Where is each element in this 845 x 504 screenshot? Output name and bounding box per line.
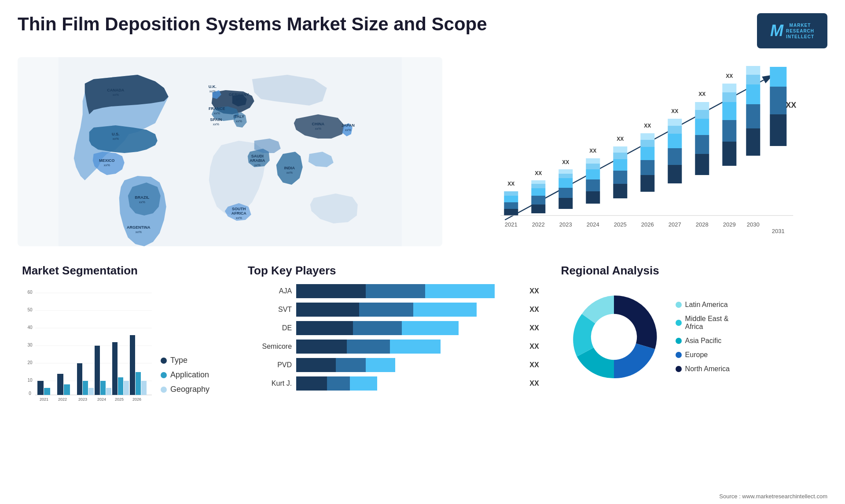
top-section: CANADA xx% U.S. xx% MEXICO xx% BRAZIL xx… bbox=[18, 57, 827, 246]
svg-rect-38 bbox=[504, 191, 518, 196]
player-row-kurt: Kurt J. XX bbox=[248, 376, 539, 391]
svg-text:U.K.: U.K. bbox=[209, 84, 217, 89]
legend-app-label: Application bbox=[170, 370, 209, 380]
svg-text:FRANCE: FRANCE bbox=[209, 106, 225, 111]
players-title: Top Key Players bbox=[248, 264, 539, 278]
svg-rect-45 bbox=[532, 180, 546, 184]
svg-text:XX: XX bbox=[644, 123, 651, 129]
page-title: Thin Film Deposition Systems Market Size… bbox=[18, 13, 487, 35]
player-value-semicore: XX bbox=[529, 343, 539, 351]
map-container: CANADA xx% U.S. xx% MEXICO xx% BRAZIL xx… bbox=[18, 57, 442, 246]
legend-type-dot bbox=[161, 358, 167, 364]
svg-text:20: 20 bbox=[27, 360, 33, 365]
svg-rect-128 bbox=[64, 384, 70, 395]
svg-rect-56 bbox=[586, 179, 600, 191]
regional-title: Regional Analysis bbox=[561, 264, 823, 278]
svg-text:XX: XX bbox=[590, 148, 597, 154]
player-bar-semicore bbox=[296, 340, 522, 354]
svg-text:xx%: xx% bbox=[136, 230, 142, 234]
player-row-semicore: Semicore XX bbox=[248, 340, 539, 354]
reg-label-europe: Europe bbox=[685, 351, 708, 359]
bar-mid bbox=[347, 340, 390, 354]
svg-rect-62 bbox=[614, 184, 628, 198]
players-list: AJA XX SVT bbox=[248, 284, 539, 391]
svg-text:SAUDI: SAUDI bbox=[251, 154, 264, 158]
player-bar-pvd bbox=[296, 358, 522, 372]
svg-text:XX: XX bbox=[535, 170, 542, 176]
bar-light bbox=[366, 358, 396, 372]
svg-rect-41 bbox=[532, 205, 546, 213]
svg-rect-136 bbox=[106, 388, 111, 395]
reg-label-apac: Asia Pacific bbox=[685, 337, 722, 345]
svg-text:2021: 2021 bbox=[505, 221, 518, 228]
svg-rect-105 bbox=[770, 87, 787, 114]
svg-rect-84 bbox=[695, 135, 709, 154]
reg-dot-mea bbox=[676, 320, 682, 326]
svg-text:XX: XX bbox=[699, 91, 706, 97]
reg-label-latin: Latin America bbox=[685, 301, 728, 309]
svg-rect-79 bbox=[668, 126, 682, 134]
svg-rect-91 bbox=[723, 120, 737, 142]
svg-rect-143 bbox=[136, 372, 141, 395]
svg-text:AFRICA: AFRICA bbox=[231, 211, 246, 215]
legend-geo-label: Geography bbox=[170, 385, 209, 394]
segmentation-chart: 60 50 40 30 20 10 0 bbox=[22, 284, 154, 407]
svg-text:xx%: xx% bbox=[104, 163, 110, 167]
logo-box: M MARKET RESEARCH INTELLECT bbox=[757, 13, 827, 48]
svg-text:2025: 2025 bbox=[115, 397, 124, 402]
player-row-aja: AJA XX bbox=[248, 284, 539, 298]
svg-rect-57 bbox=[586, 169, 600, 179]
svg-rect-37 bbox=[504, 196, 518, 202]
svg-rect-71 bbox=[641, 147, 655, 160]
legend-app-dot bbox=[161, 372, 167, 378]
svg-rect-49 bbox=[559, 188, 573, 198]
svg-rect-69 bbox=[641, 175, 655, 192]
svg-text:XX: XX bbox=[562, 159, 569, 165]
svg-text:60: 60 bbox=[27, 290, 33, 295]
svg-text:2031: 2031 bbox=[772, 228, 785, 234]
svg-text:xx%: xx% bbox=[236, 97, 242, 101]
svg-text:xx%: xx% bbox=[113, 93, 119, 97]
bar-light bbox=[402, 321, 459, 335]
seg-legend: Type Application Geography bbox=[161, 356, 209, 407]
logo-area: M MARKET RESEARCH INTELLECT bbox=[757, 13, 827, 48]
bar-dark bbox=[296, 284, 366, 298]
svg-text:40: 40 bbox=[27, 325, 33, 330]
bar-dark bbox=[296, 376, 327, 391]
regional-container: Regional Analysis bbox=[557, 259, 827, 427]
svg-rect-139 bbox=[118, 377, 123, 395]
svg-rect-144 bbox=[141, 381, 147, 395]
svg-text:MEXICO: MEXICO bbox=[99, 158, 115, 163]
svg-rect-130 bbox=[77, 363, 82, 395]
svg-text:2021: 2021 bbox=[40, 397, 48, 402]
svg-rect-76 bbox=[668, 165, 682, 183]
bar-mid bbox=[353, 321, 402, 335]
svg-text:2022: 2022 bbox=[58, 397, 67, 402]
svg-text:2023: 2023 bbox=[78, 397, 87, 402]
bar-light bbox=[350, 376, 378, 391]
svg-text:GERMANY: GERMANY bbox=[229, 92, 249, 97]
svg-rect-48 bbox=[559, 198, 573, 209]
bar-mid bbox=[327, 376, 350, 391]
svg-rect-73 bbox=[641, 133, 655, 140]
player-name-semicore: Semicore bbox=[248, 343, 292, 351]
bar-mid bbox=[359, 303, 413, 317]
player-name-pvd: PVD bbox=[248, 361, 292, 369]
bar-light bbox=[413, 303, 476, 317]
svg-rect-58 bbox=[586, 164, 600, 169]
svg-text:xx%: xx% bbox=[214, 111, 220, 115]
legend-geo-dot bbox=[161, 387, 167, 393]
svg-rect-99 bbox=[746, 84, 760, 104]
svg-text:xx%: xx% bbox=[213, 122, 220, 126]
svg-rect-94 bbox=[723, 84, 737, 92]
svg-text:XX: XX bbox=[617, 136, 624, 142]
svg-text:0: 0 bbox=[29, 391, 31, 396]
svg-text:ARABIA: ARABIA bbox=[250, 158, 265, 163]
svg-rect-127 bbox=[57, 374, 63, 395]
regional-legend: Latin America Middle East &Africa Asia P… bbox=[676, 301, 730, 373]
svg-text:xx%: xx% bbox=[113, 137, 119, 141]
bar-mid bbox=[336, 358, 366, 372]
players-container: Top Key Players AJA XX bbox=[239, 259, 548, 427]
regional-inner: Latin America Middle East &Africa Asia P… bbox=[561, 284, 823, 390]
bar-dark bbox=[296, 340, 347, 354]
